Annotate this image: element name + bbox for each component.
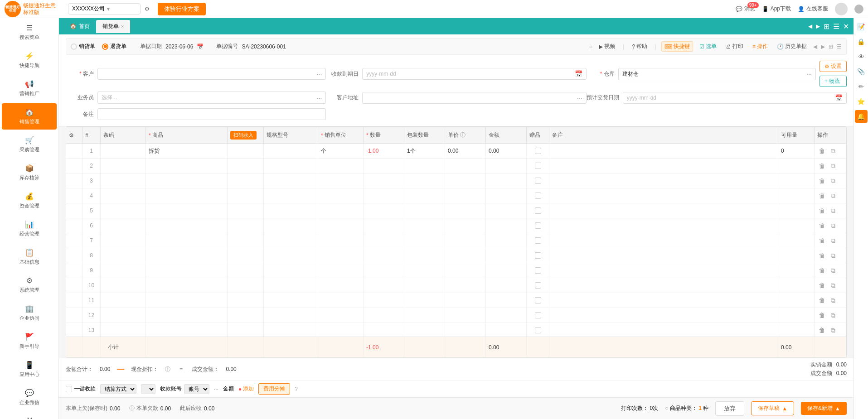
right-panel-edit-icon[interactable]: ✏ xyxy=(855,80,868,93)
copy-icon-3[interactable]: ⧉ xyxy=(829,176,838,185)
td-remark-1[interactable] xyxy=(549,144,778,158)
select-order-btn[interactable]: ☑ 选单 xyxy=(697,41,719,52)
radio-sales-order[interactable]: 销货单 xyxy=(71,43,95,50)
remarks-input[interactable] xyxy=(97,108,326,120)
help-btn[interactable]: ? 帮助 xyxy=(629,41,650,52)
copy-icon-5[interactable]: ⧉ xyxy=(829,206,838,215)
delete-icon-1[interactable]: 🗑 xyxy=(817,146,826,155)
td-barcode-1[interactable] xyxy=(101,144,146,158)
sidebar-item-basic-info[interactable]: 📋 基础信息 xyxy=(2,244,57,270)
right-panel-lock-icon[interactable]: 🔒 xyxy=(855,35,868,48)
td-remark-2[interactable] xyxy=(549,159,778,173)
td-pkg-2[interactable] xyxy=(404,159,445,173)
copy-icon-8[interactable]: ⧉ xyxy=(829,251,838,260)
td-qty-1[interactable]: -1.00 xyxy=(364,144,404,158)
account-select[interactable]: 账号 xyxy=(184,384,209,394)
salesperson-dots-icon[interactable]: ··· xyxy=(317,94,322,101)
delete-icon-5[interactable]: 🗑 xyxy=(817,206,826,215)
right-panel-bell-icon[interactable]: 🔔 xyxy=(855,110,868,123)
message-button[interactable]: 💬 消息 99+ xyxy=(736,5,755,13)
sidebar-item-quick-nav[interactable]: ⚡ 快捷导航 xyxy=(2,47,57,73)
copy-icon-6[interactable]: ⧉ xyxy=(829,221,838,230)
gift-checkbox-3[interactable] xyxy=(535,178,541,184)
td-spec-1[interactable] xyxy=(264,144,318,158)
td-unit-3[interactable] xyxy=(318,173,364,188)
td-product-1[interactable]: 拆货 xyxy=(146,144,228,158)
td-price-3[interactable] xyxy=(445,173,486,188)
td-qty-3[interactable] xyxy=(364,173,404,188)
td-spec-2[interactable] xyxy=(264,159,318,173)
td-qty-2[interactable] xyxy=(364,159,404,173)
customer-addr-input[interactable]: ··· xyxy=(362,92,586,104)
shortcut-btn[interactable]: ⌨ 快捷键 xyxy=(661,41,693,52)
delete-icon-4[interactable]: 🗑 xyxy=(817,191,826,200)
delete-icon-10[interactable]: 🗑 xyxy=(817,281,826,290)
copy-icon-2[interactable]: ⧉ xyxy=(829,161,838,170)
copy-icon-7[interactable]: ⧉ xyxy=(829,236,838,245)
th-settings[interactable]: ⚙ xyxy=(66,127,82,143)
save-new-button[interactable]: 保存&新增 ▲ xyxy=(801,402,847,415)
sidebar-item-purchase[interactable]: 🛒 采购管理 xyxy=(2,131,57,158)
expense-split-button[interactable]: 费用分摊 xyxy=(258,383,290,395)
copy-icon-4[interactable]: ⧉ xyxy=(829,191,838,200)
td-price-2[interactable] xyxy=(445,159,486,173)
right-panel-notes-icon[interactable]: 📝 xyxy=(855,20,868,33)
print-btn[interactable]: 🖨 打印 xyxy=(723,41,746,52)
price-info-icon[interactable]: ⓘ xyxy=(460,131,466,139)
right-panel-view-icon[interactable]: 👁 xyxy=(855,50,868,63)
one-click-checkbox[interactable] xyxy=(66,386,72,392)
right-panel-star-icon[interactable]: ⭐ xyxy=(855,95,868,108)
sidebar-item-search-order[interactable]: ☰ 搜索菜单 xyxy=(2,19,57,45)
one-click-payment-checkbox[interactable]: 一键收款 xyxy=(66,385,96,393)
td-gift-3[interactable] xyxy=(527,173,549,188)
sidebar-item-operations[interactable]: 📊 经营管理 xyxy=(2,216,57,242)
delete-icon-3[interactable]: 🗑 xyxy=(817,176,826,185)
scan-button[interactable]: 扫码录入 xyxy=(230,131,257,140)
td-unit-2[interactable] xyxy=(318,159,364,173)
setting-button[interactable]: ⚙ 设置 xyxy=(820,61,847,72)
discard-button[interactable]: 放弃 xyxy=(715,401,744,416)
nav-left-icon[interactable]: ◀ xyxy=(813,43,817,50)
avatar[interactable] xyxy=(835,3,848,15)
settlement-method-select[interactable]: 结算方式 xyxy=(100,384,136,394)
tab-sales-order[interactable]: 销货单 × xyxy=(96,20,130,33)
calendar-icon-payment[interactable]: 📅 xyxy=(575,70,582,77)
close-all-icon[interactable]: ✕ xyxy=(843,22,849,31)
save-draft-button[interactable]: 保存草稿 ▲ xyxy=(751,401,794,415)
copy-icon-12[interactable]: ⧉ xyxy=(829,311,838,320)
grid-icon[interactable]: ⊞ xyxy=(829,43,833,50)
gift-checkbox-1[interactable] xyxy=(535,148,541,154)
delete-icon-8[interactable]: 🗑 xyxy=(817,251,826,260)
video-btn[interactable]: ▶ 视频 xyxy=(596,41,618,52)
delete-icon-12[interactable]: 🗑 xyxy=(817,311,826,320)
nav-prev-icon[interactable]: ◀ xyxy=(808,23,812,29)
td-barcode-3[interactable] xyxy=(101,173,146,188)
sidebar-item-inventory[interactable]: 📦 库存核算 xyxy=(2,159,57,186)
operations-btn[interactable]: ≡ 操作 xyxy=(750,41,771,52)
delete-icon-9[interactable]: 🗑 xyxy=(817,266,826,275)
delete-icon-6[interactable]: 🗑 xyxy=(817,221,826,230)
history-btn[interactable]: 🕐 历史单据 xyxy=(774,41,810,52)
online-service-button[interactable]: 👤 在线客服 xyxy=(798,5,828,13)
td-barcode-2[interactable] xyxy=(101,159,146,173)
gear-icon[interactable]: ⚙ xyxy=(141,3,153,15)
list-view-icon[interactable]: ☰ xyxy=(833,22,839,31)
copy-icon-11[interactable]: ⧉ xyxy=(829,296,838,305)
copy-icon-13[interactable]: ⧉ xyxy=(829,326,838,335)
td-price-1[interactable]: 0.00 xyxy=(445,144,486,158)
tab-close-icon[interactable]: × xyxy=(121,24,124,29)
sidebar-item-guide[interactable]: 🚩 新手引导 xyxy=(2,328,57,354)
delivery-date-input[interactable]: yyyy-mm-dd 📅 xyxy=(623,92,847,104)
copy-icon-1[interactable]: ⧉ xyxy=(829,146,838,155)
td-amount-2[interactable] xyxy=(486,159,527,173)
radio-return-order[interactable]: 退货单 xyxy=(102,43,126,50)
calendar-icon[interactable]: 📅 xyxy=(197,43,204,50)
td-gift-1[interactable] xyxy=(527,144,549,158)
company-selector[interactable]: XXXXXX公司 ▾ xyxy=(68,3,141,14)
app-download-button[interactable]: 📱 App下载 xyxy=(762,5,791,13)
td-pkg-3[interactable] xyxy=(404,173,445,188)
delete-icon-13[interactable]: 🗑 xyxy=(817,326,826,335)
td-pkg-1[interactable]: 1个 xyxy=(404,144,445,158)
sidebar-item-system[interactable]: ⚙ 系统管理 xyxy=(2,272,57,298)
grid-view-icon[interactable]: ⊞ xyxy=(824,22,829,31)
